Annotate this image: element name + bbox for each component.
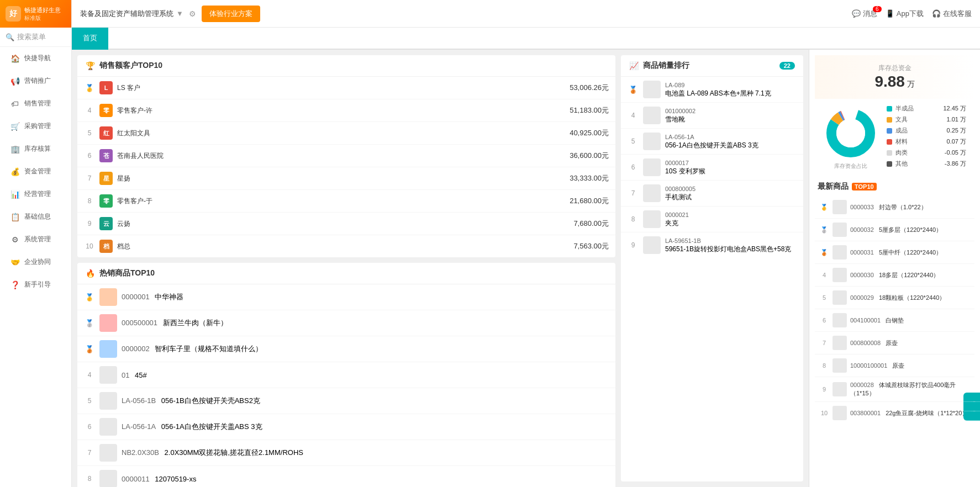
community-button[interactable]: 服务社区 bbox=[963, 402, 980, 411]
topbar: 装备及固定资产辅助管理系统 ▼ ⚙ 体验行业方案 💬 消息 6 📱 App下载 … bbox=[72, 0, 980, 28]
product-thumbnail bbox=[643, 236, 661, 254]
list-item: 10 档 档总 7,563.00元 bbox=[77, 235, 615, 257]
sidebar-item-purchase[interactable]: 🛒 采购管理 bbox=[0, 115, 71, 137]
list-item: 🥇 L LS 客户 53,006.26元 bbox=[77, 77, 615, 99]
trial-button[interactable]: 体验行业方案 bbox=[202, 6, 260, 22]
product-thumbnail bbox=[833, 382, 847, 396]
list-item: 🥉 0000031 5厘中纤（1220*2440） bbox=[815, 241, 974, 264]
product-ranking-list: 🥉 LA-089 电池盖 LA-089 ABS本色+黑种 7.1克 4 bbox=[621, 77, 803, 258]
sidebar-item-operations[interactable]: 📊 经营管理 bbox=[0, 183, 71, 205]
legend-item: 文具 1.01 万 bbox=[887, 115, 966, 124]
list-item: 5 LA-056-1A 056-1A白色按键开关盖ABS 3克 bbox=[621, 129, 803, 155]
inventory-icon: 🏢 bbox=[10, 145, 20, 153]
legend-item: 半成品 12.45 万 bbox=[887, 104, 966, 113]
product-thumbnail bbox=[643, 133, 661, 150]
sidebar-item-guide[interactable]: ❓ 新手引导 bbox=[0, 273, 71, 296]
live-button[interactable]: 直播 bbox=[963, 411, 980, 421]
list-item: 8 零 零售客户-于 21,680.00元 bbox=[77, 190, 615, 213]
inventory-total: 库存总资金 9.88 万 bbox=[815, 55, 974, 99]
rank-1-icon: 🥇 bbox=[84, 293, 95, 301]
list-item: 6 004100001 白钢垫 bbox=[815, 309, 974, 332]
product-thumbnail bbox=[643, 81, 661, 98]
product-info: 0000017 10S 变利罗猴 bbox=[665, 158, 797, 176]
product-thumbnail bbox=[643, 107, 661, 124]
product-info: LA-056-1A 056-1A白色按键开关盖ABS 3克 bbox=[122, 422, 609, 432]
product-info: 0000001 中华神器 bbox=[122, 292, 609, 302]
newest-products-section: 最新商品 TOP10 🥇 0000033 封边带（1.0*22） 🥈 bbox=[815, 176, 974, 424]
hot-products-header: 🔥 热销商品TOP10 bbox=[77, 263, 615, 284]
main-content: 装备及固定资产辅助管理系统 ▼ ⚙ 体验行业方案 💬 消息 6 📱 App下载 … bbox=[72, 0, 980, 487]
product-info: LA-056-1B 056-1B白色按键开关壳ABS2克 bbox=[122, 396, 609, 406]
product-info: NB2.0X30B 2.0X30MM双搓花轴,搓花直径2.1MM/ROHS bbox=[122, 448, 609, 458]
legend-item: 材料 0.07 万 bbox=[887, 137, 966, 146]
avatar: 星 bbox=[99, 172, 113, 185]
search-menu[interactable]: 🔍 搜索菜单 bbox=[0, 28, 71, 47]
basics-icon: 📋 bbox=[10, 213, 20, 221]
donut-chart bbox=[823, 105, 878, 161]
product-info: 0000031 5厘中纤（1220*2440） bbox=[850, 248, 970, 257]
sidebar-item-finance[interactable]: 💰 资金管理 bbox=[0, 160, 71, 183]
product-info: 001000002 雪地靴 bbox=[665, 107, 797, 124]
list-item: 4 01 45# bbox=[77, 362, 615, 388]
svg-point-4 bbox=[836, 119, 865, 147]
product-info: 000800005 手机测试 bbox=[665, 184, 797, 202]
app-download-button[interactable]: 📱 App下载 bbox=[886, 9, 924, 19]
product-thumbnail bbox=[833, 313, 847, 327]
product-thumbnail bbox=[833, 406, 847, 420]
column-2: 📈 商品销量排行 22 🥉 LA-089 电池盖 LA-089 ABS本色+黑种… bbox=[621, 50, 809, 487]
customer-list: 🥇 L LS 客户 53,006.26元 4 零 零售客户-许 51,183.0… bbox=[77, 77, 615, 257]
list-item: 🥈 0000032 5厘多层（1220*2440） bbox=[815, 219, 974, 241]
inventory-legend: 半成品 12.45 万 文具 1.01 万 成品 0.25 万 bbox=[887, 104, 966, 171]
purchase-icon: 🛒 bbox=[10, 122, 20, 131]
legend-dot bbox=[887, 128, 892, 134]
avatar: 苍 bbox=[99, 149, 113, 162]
legend-item: 肉类 -0.05 万 bbox=[887, 149, 966, 157]
finance-icon: 💰 bbox=[10, 167, 20, 176]
list-item: 4 零 零售客户-许 51,183.00元 bbox=[77, 99, 615, 122]
headset-icon: 🎧 bbox=[932, 9, 941, 18]
sidebar-item-basics[interactable]: 📋 基础信息 bbox=[0, 205, 71, 228]
newest-title: 最新商品 TOP10 bbox=[815, 176, 974, 196]
sidebar-item-sales[interactable]: 🏷 销售管理 bbox=[0, 92, 71, 115]
messages-button[interactable]: 💬 消息 6 bbox=[852, 9, 877, 19]
list-item: 8 0000011 12070519-xs bbox=[77, 466, 615, 487]
list-item: 9 LA-59651-1B 59651-1B旋转投影灯电池盒ABS黑色+58克 bbox=[621, 232, 803, 258]
product-info: 0000032 5厘多层（1220*2440） bbox=[850, 226, 970, 234]
list-item: 6 0000017 10S 变利罗猴 bbox=[621, 155, 803, 181]
product-thumbnail bbox=[643, 210, 661, 228]
sidebar-item-system[interactable]: ⚙ 系统管理 bbox=[0, 228, 71, 251]
product-info: LA-089 电池盖 LA-089 ABS本色+黑种 7.1克 bbox=[665, 81, 797, 98]
list-item: 6 苍 苍南县人民医院 36,600.00元 bbox=[77, 145, 615, 167]
list-item: 7 NB2.0X30B 2.0X30MM双搓花轴,搓花直径2.1MM/ROHS bbox=[77, 440, 615, 466]
list-item: 🥇 0000001 中华神器 bbox=[77, 284, 615, 310]
customer-service-button[interactable]: 客服热线 bbox=[963, 393, 980, 402]
sidebar-item-inventory[interactable]: 🏢 库存核算 bbox=[0, 137, 71, 160]
float-bar: 客服热线 服务社区 直播 bbox=[963, 393, 980, 421]
list-item: 7 000800005 手机测试 bbox=[621, 181, 803, 207]
sidebar-item-marketing[interactable]: 📢 营销推广 bbox=[0, 70, 71, 92]
message-icon: 💬 bbox=[852, 9, 861, 18]
product-info: 01 45# bbox=[122, 371, 609, 379]
sales-icon: 🏷 bbox=[10, 99, 20, 108]
product-thumbnail bbox=[833, 358, 847, 373]
online-service-button[interactable]: 🎧 在线客服 bbox=[932, 9, 972, 19]
phone-icon: 📱 bbox=[886, 9, 894, 18]
legend-dot bbox=[887, 150, 892, 156]
chevron-down-icon[interactable]: ▼ bbox=[176, 9, 183, 18]
sidebar-item-home[interactable]: 🏠 快捷导航 bbox=[0, 47, 71, 70]
sidebar-item-collab[interactable]: 🤝 企业协同 bbox=[0, 251, 71, 273]
list-item: 4 001000002 雪地靴 bbox=[621, 103, 803, 129]
gear-icon[interactable]: ⚙ bbox=[189, 9, 196, 18]
list-item: 8 0000021 夹克 bbox=[621, 207, 803, 232]
list-item: 7 星 星扬 33,333.00元 bbox=[77, 167, 615, 190]
product-ranking-card: 📈 商品销量排行 22 🥉 LA-089 电池盖 LA-089 ABS本色+黑种… bbox=[621, 55, 803, 481]
product-thumbnail bbox=[99, 392, 117, 410]
list-item: 🥉 0000002 智利车子里（规格不知道填什么） bbox=[77, 336, 615, 362]
tab-home[interactable]: 首页 bbox=[72, 28, 108, 50]
logo: 好 畅捷通好生意 标准版 bbox=[0, 0, 71, 28]
product-info: 003800001 22g鱼豆腐-烧烤味（1*12*20） bbox=[850, 409, 970, 417]
product-thumbnail bbox=[99, 288, 117, 306]
list-item: 8 10000100001 原壶 bbox=[815, 354, 974, 377]
logo-text: 畅捷通好生意 标准版 bbox=[24, 6, 61, 21]
list-item: 7 000800008 原壶 bbox=[815, 332, 974, 354]
